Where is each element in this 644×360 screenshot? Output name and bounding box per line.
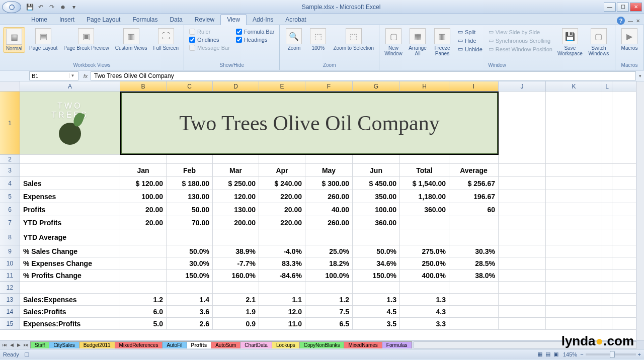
col-header-H[interactable]: H [400, 81, 449, 91]
data-cell[interactable]: Total [400, 164, 449, 176]
maximize-button[interactable]: ☐ [617, 3, 629, 12]
zoom-button[interactable]: 🔍Zoom [283, 27, 305, 52]
tab-nav-last-icon[interactable]: ⏭ [22, 341, 29, 348]
col-header-K[interactable]: K [546, 81, 602, 91]
data-cell[interactable]: 7.5 [305, 306, 353, 317]
zoom-out-button[interactable]: − [580, 351, 583, 357]
zoom-100-button[interactable]: ⬚100% [307, 27, 329, 52]
cells-area[interactable]: TWOTREESTwo Trees Olive Oil CompanyJanFe… [20, 92, 636, 330]
row-label[interactable] [20, 282, 120, 293]
data-cell[interactable] [120, 245, 167, 257]
tab-addins[interactable]: Add-Ins [247, 15, 279, 25]
data-cell[interactable]: 6.0 [120, 306, 167, 317]
data-cell[interactable]: 130.00 [167, 190, 213, 203]
data-cell[interactable]: 38.9% [213, 245, 259, 257]
data-cell[interactable]: 200.00 [213, 216, 259, 229]
data-cell[interactable]: 1.9 [213, 306, 259, 317]
minimize-button[interactable]: — [604, 3, 616, 12]
data-cell[interactable] [400, 282, 449, 293]
col-header-G[interactable]: G [353, 81, 400, 91]
name-box-dropdown-icon[interactable]: ▼ [69, 73, 76, 78]
tab-nav-next-icon[interactable]: ▶ [15, 341, 22, 348]
data-cell[interactable]: 2.1 [213, 294, 259, 305]
data-cell[interactable]: $ 250.00 [213, 177, 259, 190]
select-all-corner[interactable] [0, 81, 20, 92]
data-cell[interactable]: 60 [449, 203, 499, 216]
row-label[interactable] [20, 164, 120, 176]
view-normal-icon[interactable]: ▦ [536, 351, 544, 357]
col-header-A[interactable]: A [20, 81, 120, 91]
data-cell[interactable]: 25.0% [305, 245, 353, 257]
data-cell[interactable]: 220.00 [259, 190, 305, 203]
data-cell[interactable]: 50.0% [167, 245, 213, 257]
row-header-6[interactable]: 6 [0, 203, 20, 216]
data-cell[interactable]: 150.0% [353, 269, 400, 281]
data-cell[interactable] [353, 155, 400, 163]
col-header-B[interactable]: B [120, 81, 167, 91]
data-cell[interactable]: 20.00 [259, 203, 305, 216]
data-cell[interactable] [449, 318, 499, 329]
data-cell[interactable] [400, 155, 449, 163]
data-cell[interactable]: 260.00 [305, 190, 353, 203]
hide-button[interactable]: ▭ Hide [458, 37, 482, 44]
page-layout-button[interactable]: ▤Page Layout [27, 27, 59, 52]
data-cell[interactable]: 20.00 [120, 216, 167, 229]
data-cell[interactable] [353, 282, 400, 293]
data-cell[interactable] [400, 229, 449, 245]
data-cell[interactable]: 50.00 [167, 203, 213, 216]
name-box[interactable]: B1▼ [29, 71, 78, 80]
row-header-1[interactable]: 1 [0, 92, 20, 155]
row-label[interactable]: % Expenses Change [20, 257, 120, 269]
data-cell[interactable]: 350.00 [353, 190, 400, 203]
sheet-tab-chartdata[interactable]: ChartData [240, 341, 272, 348]
data-cell[interactable]: 1.2 [305, 294, 353, 305]
tab-view[interactable]: View [220, 14, 247, 25]
col-header-C[interactable]: C [167, 81, 213, 91]
data-cell[interactable]: 50.0% [353, 245, 400, 257]
data-cell[interactable]: 5.0 [120, 318, 167, 329]
col-header-J[interactable]: J [499, 81, 546, 91]
data-cell[interactable]: 30.3% [449, 245, 499, 257]
view-break-icon[interactable]: ▣ [552, 351, 560, 357]
data-cell[interactable]: 11.0 [259, 318, 305, 329]
data-cell[interactable] [305, 155, 353, 163]
tab-home[interactable]: Home [25, 15, 53, 25]
qat-custom-icon[interactable]: ☻ [58, 3, 67, 12]
data-cell[interactable] [120, 229, 167, 245]
data-cell[interactable]: 0.9 [213, 318, 259, 329]
row-label[interactable]: YTD Average [20, 229, 120, 245]
data-cell[interactable]: $ 256.67 [449, 177, 499, 190]
row-header-13[interactable]: 13 [0, 294, 20, 306]
row-label[interactable]: Sales [20, 177, 120, 190]
sheet-tab-autofil[interactable]: AutoFil [162, 341, 187, 348]
split-button[interactable]: ▭ Split [458, 28, 482, 36]
data-cell[interactable]: 1.2 [120, 294, 167, 305]
row-header-15[interactable]: 15 [0, 318, 20, 330]
unhide-button[interactable]: ▭ Unhide [458, 45, 482, 53]
data-cell[interactable] [259, 155, 305, 163]
row-label[interactable]: Expenses:Profits [20, 318, 120, 329]
data-cell[interactable]: $ 450.00 [353, 177, 400, 190]
data-cell[interactable] [353, 229, 400, 245]
data-cell[interactable]: 1,180.00 [400, 190, 449, 203]
data-cell[interactable] [449, 155, 499, 163]
row-header-4[interactable]: 4 [0, 177, 20, 190]
data-cell[interactable]: 40.00 [305, 203, 353, 216]
col-header-L[interactable]: L [602, 81, 612, 91]
data-cell[interactable] [120, 269, 167, 281]
data-cell[interactable]: Jan [120, 164, 167, 176]
row-label[interactable]: % Profits Change [20, 269, 120, 281]
data-cell[interactable]: 275.0% [400, 245, 449, 257]
data-cell[interactable]: 160.0% [213, 269, 259, 281]
data-cell[interactable]: -4.0% [259, 245, 305, 257]
help-icon[interactable]: ? [617, 17, 625, 25]
col-header-I[interactable]: I [449, 81, 499, 91]
arrange-all-button[interactable]: ▦Arrange All [407, 27, 429, 57]
qat-dropdown-icon[interactable]: ▾ [69, 3, 78, 12]
data-cell[interactable]: 3.6 [167, 306, 213, 317]
data-cell[interactable] [213, 282, 259, 293]
data-cell[interactable] [259, 282, 305, 293]
data-cell[interactable]: 12.0 [259, 306, 305, 317]
tab-nav-prev-icon[interactable]: ◀ [8, 341, 15, 348]
data-cell[interactable]: 100.0% [305, 269, 353, 281]
